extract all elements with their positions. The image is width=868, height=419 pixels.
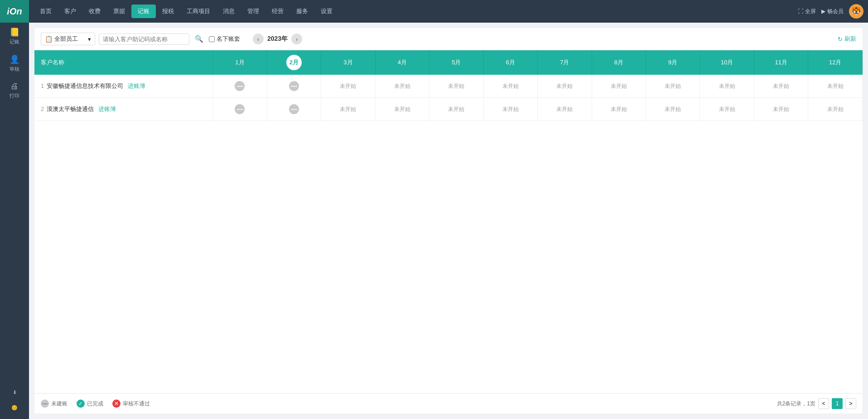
month-cell-4: 未开始: [375, 75, 429, 98]
fullscreen-button[interactable]: ⛶ 全屏: [798, 8, 816, 15]
user-icon: 😊: [11, 405, 18, 411]
month-cell-8: 未开始: [592, 98, 646, 121]
nav-settings[interactable]: 设置: [314, 5, 339, 18]
client-name-cell: 2漠澳太平畅捷通信进账簿: [34, 98, 213, 121]
nav-home[interactable]: 首页: [34, 5, 58, 18]
status-not-started: 未开始: [448, 106, 464, 112]
nav-fee[interactable]: 收费: [82, 5, 107, 18]
legend-red-circle: ✕: [112, 400, 121, 408]
col-month-12: 12月: [808, 50, 863, 75]
sidebar: iOn 📒 记账 👤 审核 🖨 打印 ⬇ 😊: [0, 0, 29, 419]
total-records-label: 共2条记录，1页: [777, 400, 815, 408]
search-button[interactable]: 🔍: [193, 33, 205, 45]
user-avatar[interactable]: 🐯: [849, 4, 863, 19]
sidebar-download[interactable]: ⬇: [11, 386, 18, 399]
prev-year-button[interactable]: ‹: [253, 34, 264, 44]
next-year-button[interactable]: ›: [291, 34, 302, 44]
col-month-8: 8月: [592, 50, 646, 75]
client-name: 安徽畅捷通信息技术有限公司: [47, 82, 123, 89]
status-not-started: 未开始: [827, 106, 844, 112]
month-cell-9: 未开始: [646, 98, 699, 121]
nav-accounting[interactable]: 记账: [131, 5, 156, 18]
current-month-circle: 2月: [286, 55, 302, 70]
enter-ledger-link[interactable]: 进账簿: [98, 106, 116, 112]
year-nav: ‹ 2023年 ›: [253, 34, 302, 44]
col-client-name: 客户名称: [34, 50, 213, 75]
status-done-circle: —: [235, 81, 245, 91]
status-not-started: 未开始: [827, 83, 844, 89]
month-cell-8: 未开始: [592, 75, 646, 98]
col-month-3: 3月: [321, 50, 375, 75]
my-accounts-checkbox-label[interactable]: 名下账套: [209, 35, 240, 43]
client-name-cell: 1安徽畅捷通信息技术有限公司进账簿: [34, 75, 213, 98]
refresh-button[interactable]: ↻ 刷新: [838, 35, 856, 43]
nav-client[interactable]: 客户: [58, 5, 82, 18]
member-button[interactable]: ▶ 畅会员: [821, 8, 844, 15]
nav-service[interactable]: 服务: [290, 5, 314, 18]
dropdown-icon: ▾: [88, 36, 91, 43]
status-done-circle: —: [289, 81, 299, 91]
my-accounts-label: 名下账套: [217, 35, 240, 43]
sidebar-item-audit[interactable]: 👤 审核: [0, 50, 29, 77]
status-not-started: 未开始: [556, 106, 573, 112]
top-nav: 首页 客户 收费 票据 记账 报税 工商项目 消息 管理 经营 服务 设置 ⛶ …: [29, 0, 868, 23]
month-cell-7: 未开始: [538, 98, 592, 121]
refresh-label: 刷新: [844, 35, 856, 43]
sidebar-item-label: 记账: [10, 39, 19, 45]
app-logo: iOn: [0, 0, 29, 23]
enter-ledger-link[interactable]: 进账簿: [128, 82, 145, 89]
legend-completed: ✓ 已完成: [77, 400, 103, 408]
status-not-started: 未开始: [773, 106, 789, 112]
my-accounts-checkbox[interactable]: [209, 36, 215, 42]
col-month-6: 6月: [483, 50, 537, 75]
status-not-started: 未开始: [611, 106, 627, 112]
nav-operation[interactable]: 经营: [265, 5, 290, 18]
col-month-2: 2月: [267, 50, 321, 75]
client-name: 漠澳太平畅捷通信: [47, 106, 94, 112]
search-input[interactable]: [99, 34, 189, 45]
page-next-button[interactable]: >: [845, 398, 856, 409]
member-icon: ▶: [821, 8, 825, 14]
month-cell-1: —: [213, 75, 267, 98]
row-index: 2: [41, 106, 44, 112]
sidebar-bottom: ⬇ 😊: [11, 386, 18, 419]
legend-completed-label: 已完成: [87, 400, 103, 408]
month-cell-6: 未开始: [483, 98, 537, 121]
sidebar-user[interactable]: 😊: [11, 401, 18, 414]
audit-icon: 👤: [10, 54, 19, 64]
page-current-button[interactable]: 1: [832, 398, 843, 409]
accounts-table: 客户名称 1月 2月 3月 4月 5月 6月 7月: [34, 50, 863, 121]
month-cell-7: 未开始: [538, 75, 592, 98]
main-panel: 📋 全部员工 ▾ 🔍 名下账套 ‹ 2023年 › ↻ 刷新: [34, 28, 863, 414]
main-container: 首页 客户 收费 票据 记账 报税 工商项目 消息 管理 经营 服务 设置 ⛶ …: [29, 0, 868, 419]
col-month-9: 9月: [646, 50, 699, 75]
status-not-started: 未开始: [502, 106, 519, 112]
status-done-circle: —: [235, 104, 245, 114]
status-not-started: 未开始: [340, 83, 356, 89]
month-cell-5: 未开始: [429, 98, 483, 121]
month-cell-3: 未开始: [321, 98, 375, 121]
status-not-started: 未开始: [665, 106, 681, 112]
year-label: 2023年: [267, 35, 288, 43]
status-not-started: 未开始: [502, 83, 519, 89]
col-month-5: 5月: [429, 50, 483, 75]
employee-select[interactable]: 📋 全部员工 ▾: [41, 33, 95, 45]
page-prev-button[interactable]: <: [818, 398, 829, 409]
legend-rejected-label: 审核不通过: [123, 400, 150, 408]
legend-not-built: — 未建账: [41, 400, 68, 408]
col-month-11: 11月: [754, 50, 808, 75]
nav-right: ⛶ 全屏 ▶ 畅会员 🐯: [798, 4, 863, 19]
sidebar-item-accounting[interactable]: 📒 记账: [0, 23, 29, 50]
nav-tax[interactable]: 报税: [156, 5, 180, 18]
nav-invoice[interactable]: 票据: [107, 5, 131, 18]
sidebar-item-print[interactable]: 🖨 打印: [0, 77, 29, 104]
status-not-started: 未开始: [665, 83, 681, 89]
nav-manage[interactable]: 管理: [241, 5, 265, 18]
status-not-started: 未开始: [719, 106, 735, 112]
table-header-row: 客户名称 1月 2月 3月 4月 5月 6月 7月: [34, 50, 863, 75]
nav-business[interactable]: 工商项目: [180, 5, 217, 18]
nav-message[interactable]: 消息: [217, 5, 241, 18]
month-cell-12: 未开始: [808, 98, 863, 121]
legend-not-built-label: 未建账: [51, 400, 68, 408]
month-cell-1: —: [213, 98, 267, 121]
